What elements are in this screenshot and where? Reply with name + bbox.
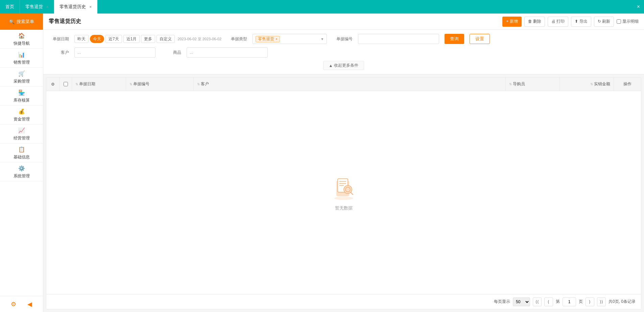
sidebar-item-basic-info[interactable]: 📋 基础信息 — [0, 143, 43, 162]
table-body: 暂无数据 — [46, 91, 641, 294]
date-btn-yesterday[interactable]: 昨天 — [74, 35, 89, 43]
sort-amount-icon: ⇅ — [590, 82, 593, 86]
date-range-display: 2023-06-02 至 2023-06-02 — [177, 37, 221, 42]
empty-illustration — [330, 174, 357, 201]
select-all-checkbox[interactable] — [64, 82, 68, 86]
collapse-wrapper: ▲ 收起更多条件 — [49, 61, 639, 70]
table-area: ⚙ ⇅ 单据日期 ⇅ 单据编号 ⇅ 客户 ⇅ — [46, 77, 641, 309]
tab-retail-return-history-close[interactable]: × — [89, 5, 91, 9]
sales-mgmt-icon: 📊 — [18, 51, 25, 58]
pagination-bar: 每页显示 50 10 20 100 ⟨⟨ ⟨ 第 页 ⟩ ⟩⟩ 共0页, 0条记… — [46, 294, 641, 309]
sidebar-item-quick-nav[interactable]: 🏠 快捷导航 — [0, 30, 43, 49]
query-button[interactable]: 查询 — [445, 34, 464, 44]
tab-bar: 首页 零售退货 × 零售退货历史 × × — [0, 0, 644, 14]
window-close-btn[interactable]: × — [637, 4, 640, 10]
date-btn-7days[interactable]: 近7天 — [105, 35, 122, 43]
refresh-button[interactable]: ↻ 刷新 — [594, 17, 614, 27]
delete-button[interactable]: 🗑 删除 — [524, 17, 545, 27]
sort-date-icon: ⇅ — [75, 82, 78, 86]
page-first-btn[interactable]: ⟨⟨ — [533, 297, 542, 306]
collapse-sidebar-icon[interactable]: ◀ — [27, 300, 32, 308]
page-size-select[interactable]: 50 10 20 100 — [513, 297, 530, 306]
table-header: ⚙ ⇅ 单据日期 ⇅ 单据编号 ⇅ 客户 ⇅ — [46, 77, 641, 91]
settings-bottom-icon[interactable]: ⚙ — [11, 300, 16, 308]
sidebar-item-purchase-mgmt[interactable]: 🛒 采购管理 — [0, 68, 43, 87]
doc-type-dropdown-icon: ▼ — [320, 37, 324, 41]
sidebar-item-finance[interactable]: 💰 资金管理 — [0, 106, 43, 125]
customer-input[interactable]: ... — [74, 47, 156, 58]
sidebar-bottom: ⚙ ◀ — [0, 296, 43, 312]
quick-nav-icon: 🏠 — [18, 32, 25, 39]
th-checkbox[interactable] — [60, 77, 72, 91]
search-menu[interactable]: 🔍 搜索菜单 — [0, 14, 43, 30]
show-detail-checkbox[interactable] — [617, 19, 621, 24]
total-info: 共0页, 0条记录 — [609, 299, 636, 305]
page-number-input[interactable] — [563, 297, 576, 306]
settings-gear-icon: ⚙ — [51, 82, 55, 87]
search-icon: 🔍 — [9, 19, 15, 24]
new-button[interactable]: + 新增 — [502, 17, 521, 27]
page-next-btn[interactable]: ⟩ — [586, 297, 594, 306]
collapse-button[interactable]: ▲ 收起更多条件 — [323, 61, 364, 70]
inventory-icon: 🏪 — [18, 89, 25, 96]
sidebar-item-inventory[interactable]: 🏪 库存核算 — [0, 87, 43, 106]
window-controls: × — [637, 4, 644, 10]
doc-number-input[interactable] — [358, 34, 439, 44]
finance-icon: 💰 — [18, 108, 25, 115]
page-title: 零售退货历史 — [49, 18, 502, 25]
print-button[interactable]: 🖨 打印 — [548, 17, 568, 27]
sort-customer-icon: ⇅ — [197, 82, 200, 86]
customer-label: 客户 — [49, 50, 69, 55]
date-btn-1month[interactable]: 近1月 — [123, 35, 140, 43]
page-last-btn[interactable]: ⟩⟩ — [597, 297, 606, 306]
svg-point-0 — [334, 197, 353, 200]
th-action: 操作 — [614, 77, 641, 91]
date-buttons: 昨天 今天 近7天 近1月 更多 自定义 2023-06-02 至 2023-0… — [74, 35, 221, 43]
page-prev-btn[interactable]: ⟨ — [544, 297, 553, 306]
page-header: 零售退货历史 + 新增 🗑 删除 🖨 打印 ⬆ 导出 ↻ 刷新 显示明细 — [43, 14, 644, 30]
th-customer[interactable]: ⇅ 客户 — [194, 77, 506, 91]
doc-type-tag-close[interactable]: × — [276, 37, 278, 41]
doc-type-tag: 零售退货 × — [256, 36, 280, 42]
sort-guide-icon: ⇅ — [509, 82, 512, 86]
th-number[interactable]: ⇅ 单据编号 — [126, 77, 194, 91]
tab-retail-return-history[interactable]: 零售退货历史 × — [54, 0, 97, 14]
sidebar-item-operations[interactable]: 📈 经营管理 — [0, 125, 43, 143]
filter-row-1: 单据日期 昨天 今天 近7天 近1月 更多 自定义 2023-06-02 至 2… — [49, 34, 639, 44]
doc-number-label: 单据编号 — [332, 36, 353, 42]
doc-type-label: 单据类型 — [227, 36, 247, 42]
filter-area: 单据日期 昨天 今天 近7天 近1月 更多 自定义 2023-06-02 至 2… — [43, 30, 644, 74]
sidebar-item-system-mgmt[interactable]: ⚙️ 系统管理 — [0, 162, 43, 181]
show-detail-wrapper: 显示明细 — [617, 19, 639, 24]
th-date[interactable]: ⇅ 单据日期 — [72, 77, 126, 91]
th-settings[interactable]: ⚙ — [46, 77, 60, 91]
sort-number-icon: ⇅ — [129, 82, 132, 86]
operations-icon: 📈 — [18, 127, 25, 134]
tab-retail-return-close[interactable]: × — [46, 5, 48, 9]
main-layout: 🔍 搜索菜单 🏠 快捷导航 📊 销售管理 🛒 采购管理 🏪 库存核算 💰 资金管… — [0, 14, 644, 312]
filter-row-2: 客户 ... 商品 ... — [49, 47, 639, 58]
date-btn-custom[interactable]: 自定义 — [157, 35, 175, 43]
toolbar: + 新增 🗑 删除 🖨 打印 ⬆ 导出 ↻ 刷新 显示明细 — [502, 17, 639, 27]
sidebar: 🔍 搜索菜单 🏠 快捷导航 📊 销售管理 🛒 采购管理 🏪 库存核算 💰 资金管… — [0, 14, 43, 312]
th-guide[interactable]: ⇅ 导购员 — [506, 77, 560, 91]
content-area: 零售退货历史 + 新增 🗑 删除 🖨 打印 ⬆ 导出 ↻ 刷新 显示明细 单据日… — [43, 14, 644, 312]
tab-home[interactable]: 首页 — [0, 0, 20, 14]
system-mgmt-icon: ⚙️ — [18, 164, 25, 172]
basic-info-icon: 📋 — [18, 146, 25, 153]
tab-retail-return[interactable]: 零售退货 × — [20, 0, 54, 14]
date-filter-label: 单据日期 — [49, 36, 69, 42]
doc-type-select[interactable]: 零售退货 × ▼ — [253, 34, 327, 44]
purchase-mgmt-icon: 🛒 — [18, 70, 25, 77]
th-amount[interactable]: ⇅ 实销金额 — [560, 77, 614, 91]
empty-text: 暂无数据 — [335, 205, 353, 211]
date-btn-today[interactable]: 今天 — [90, 35, 104, 43]
set-button[interactable]: 设置 — [470, 34, 490, 44]
goods-input[interactable]: ... — [187, 47, 268, 58]
date-btn-more[interactable]: 更多 — [141, 35, 155, 43]
export-button[interactable]: ⬆ 导出 — [571, 17, 591, 27]
empty-state: 暂无数据 — [330, 174, 357, 211]
sidebar-item-sales-mgmt[interactable]: 📊 销售管理 — [0, 49, 43, 68]
collapse-icon: ▲ — [329, 63, 333, 68]
goods-label: 商品 — [161, 50, 181, 55]
